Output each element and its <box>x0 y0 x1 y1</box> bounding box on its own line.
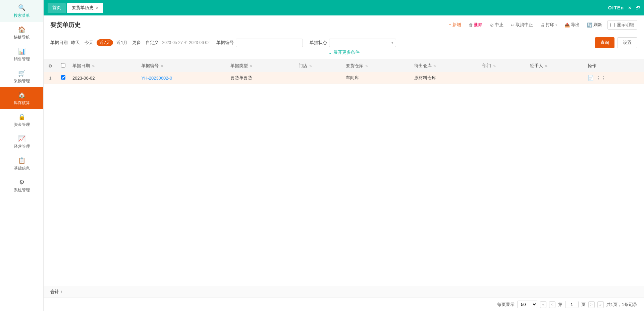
row-checkbox-cell[interactable] <box>57 72 69 84</box>
col-department[interactable]: 部门 ⇅ <box>479 60 527 72</box>
date-option-yesterday[interactable]: 昨天 <box>70 39 81 46</box>
delete-button[interactable]: 🗑 删除 <box>467 20 485 29</box>
next-page-button[interactable]: > <box>588 301 595 308</box>
page-input[interactable] <box>565 301 579 308</box>
view-action-icon[interactable]: 📄 <box>588 75 594 81</box>
col-pending-warehouse[interactable]: 待出仓库 ⇅ <box>411 60 479 72</box>
page-size-select[interactable]: 50 20 100 200 <box>517 301 537 308</box>
settings-button[interactable]: 设置 <box>617 37 637 48</box>
tab-close-icon[interactable]: ✕ <box>96 6 99 10</box>
row-pending-warehouse: 原材料仓库 <box>411 72 479 84</box>
finance-icon: 🔒 <box>18 113 25 121</box>
topbar: 首页 要货单历史 ✕ OfTEn ✕ 🗗 <box>44 0 644 15</box>
data-table: ⚙ 单据日期 ⇅ 单据编号 ⇅ 单据类型 <box>44 60 644 84</box>
col-settings[interactable]: ⚙ <box>44 60 57 72</box>
sidebar-item-sales[interactable]: 📊 销售管理 <box>0 44 43 65</box>
sidebar-item-basic-info[interactable]: 📋 基础信息 <box>0 153 43 175</box>
row-checkbox[interactable] <box>61 75 65 80</box>
export-button[interactable]: 📤 导出 <box>562 20 582 29</box>
chevron-down-icon: ⌄ <box>328 50 332 55</box>
row-num: 1 <box>44 72 57 84</box>
row-department <box>479 72 527 84</box>
sidebar-item-inventory[interactable]: 🏠 库存核算 <box>0 87 43 109</box>
row-handler <box>527 72 584 84</box>
tab-requisition-history[interactable]: 要货单历史 ✕ <box>67 3 103 13</box>
filter-buttons: 查询 设置 <box>595 37 637 48</box>
col-store[interactable]: 门店 ⇅ <box>295 60 343 72</box>
sidebar-item-search-menu[interactable]: 🔍 搜索菜单 <box>0 0 43 22</box>
table-row: 1 2023-06-02 YH-20230602-0 要货单要货 车间库 原材料… <box>44 72 644 84</box>
table-footer: 合计： <box>44 286 644 298</box>
window-close-icon[interactable]: ✕ <box>628 5 632 10</box>
col-order-no[interactable]: 单据编号 ⇅ <box>138 60 227 72</box>
show-detail-checkbox[interactable] <box>610 23 615 27</box>
col-handler[interactable]: 经手人 ⇅ <box>527 60 584 72</box>
refresh-button[interactable]: 🔄 刷新 <box>585 20 604 29</box>
toolbar: + 新增 🗑 删除 ⊘ 中止 ↩ 取消中止 🖨 打印 ▾ <box>447 20 637 30</box>
sales-icon: 📊 <box>18 48 25 55</box>
status-select[interactable] <box>329 39 396 47</box>
date-range-display: 2023-05-27 至 2023-06-02 <box>162 40 209 46</box>
row-order-no[interactable]: YH-20230602-0 <box>138 72 227 84</box>
system-icon: ⚙ <box>19 179 24 186</box>
sidebar-item-finance[interactable]: 🔒 资金管理 <box>0 109 43 131</box>
tab-home[interactable]: 首页 <box>48 3 66 13</box>
more-action-icon[interactable]: ⋮⋮ <box>596 75 606 81</box>
status-select-wrapper <box>329 39 396 47</box>
select-all-checkbox[interactable] <box>61 63 65 68</box>
expand-more-button[interactable]: ⌄ 展开更多条件 <box>50 48 637 57</box>
date-option-custom[interactable]: 自定义 <box>144 39 160 46</box>
sort-req-warehouse-icon: ⇅ <box>365 64 368 68</box>
main-container: 首页 要货单历史 ✕ OfTEn ✕ 🗗 要货单历史 + 新增 🗑 删除 <box>44 0 644 311</box>
basic-info-icon: 📋 <box>18 157 25 164</box>
date-option-1month[interactable]: 近1月 <box>115 39 129 46</box>
stop-button[interactable]: ⊘ 中止 <box>488 20 505 29</box>
action-icons: 📄 ⋮⋮ <box>588 75 641 81</box>
sort-store-icon: ⇅ <box>309 64 312 68</box>
page-label: 第 <box>558 302 562 308</box>
prev-page-button[interactable]: < <box>549 301 555 308</box>
order-no-input[interactable] <box>236 39 303 47</box>
date-option-today[interactable]: 今天 <box>83 39 95 46</box>
content-area: 要货单历史 + 新增 🗑 删除 ⊘ 中止 ↩ 取消中止 🖨 <box>44 15 644 311</box>
order-no-filter-group: 单据编号 <box>216 39 303 47</box>
col-checkbox[interactable] <box>57 60 69 72</box>
new-button[interactable]: + 新增 <box>447 20 463 29</box>
total-info: 共1页，1条记录 <box>606 302 637 308</box>
page-size-label: 每页显示 <box>497 302 515 308</box>
search-menu-icon: 🔍 <box>18 4 25 11</box>
date-option-7days[interactable]: 近7天 <box>97 39 113 46</box>
col-req-warehouse[interactable]: 要货仓库 ⇅ <box>342 60 411 72</box>
col-date[interactable]: 单据日期 ⇅ <box>69 60 138 72</box>
show-detail-button[interactable]: 显示明细 <box>607 20 637 30</box>
date-filter-label: 单据日期 <box>50 40 68 46</box>
sidebar-item-quick-nav[interactable]: 🏠 快捷导航 <box>0 22 43 44</box>
table-header-row: ⚙ 单据日期 ⇅ 单据编号 ⇅ 单据类型 <box>44 60 644 72</box>
table-container: ⚙ 单据日期 ⇅ 单据编号 ⇅ 单据类型 <box>44 60 644 286</box>
sidebar-item-system[interactable]: ⚙ 系统管理 <box>0 175 43 196</box>
col-type[interactable]: 单据类型 ⇅ <box>227 60 295 72</box>
row-store <box>295 72 343 84</box>
query-button[interactable]: 查询 <box>595 37 614 48</box>
status-filter-group: 单据状态 <box>310 39 396 47</box>
first-page-button[interactable]: « <box>540 301 546 308</box>
operation-icon: 📈 <box>18 135 25 142</box>
col-operation: 操作 <box>584 60 644 72</box>
page-header: 要货单历史 + 新增 🗑 删除 ⊘ 中止 ↩ 取消中止 🖨 <box>44 15 644 33</box>
window-restore-icon[interactable]: 🗗 <box>636 5 640 10</box>
cancel-stop-button[interactable]: ↩ 取消中止 <box>509 20 535 29</box>
home-icon: 🏠 <box>18 26 25 33</box>
sidebar: 🔍 搜索菜单 🏠 快捷导航 📊 销售管理 🛒 采购管理 🏠 库存核算 🔒 资金管… <box>0 0 44 311</box>
pagination-area: 每页显示 50 20 100 200 « < 第 页 > » 共1页，1条记录 <box>44 298 644 311</box>
page-title: 要货单历史 <box>50 21 80 29</box>
sort-department-icon: ⇅ <box>493 64 496 68</box>
sidebar-item-purchase[interactable]: 🛒 采购管理 <box>0 65 43 87</box>
sidebar-item-operation[interactable]: 📈 经营管理 <box>0 131 43 153</box>
page-suffix: 页 <box>581 302 586 308</box>
row-date: 2023-06-02 <box>69 72 138 84</box>
print-button[interactable]: 🖨 打印 ▾ <box>538 20 559 29</box>
sort-type-icon: ⇅ <box>250 64 252 68</box>
last-page-button[interactable]: » <box>597 301 604 308</box>
brand-label: OfTEn <box>608 5 624 10</box>
date-option-more[interactable]: 更多 <box>131 39 142 46</box>
